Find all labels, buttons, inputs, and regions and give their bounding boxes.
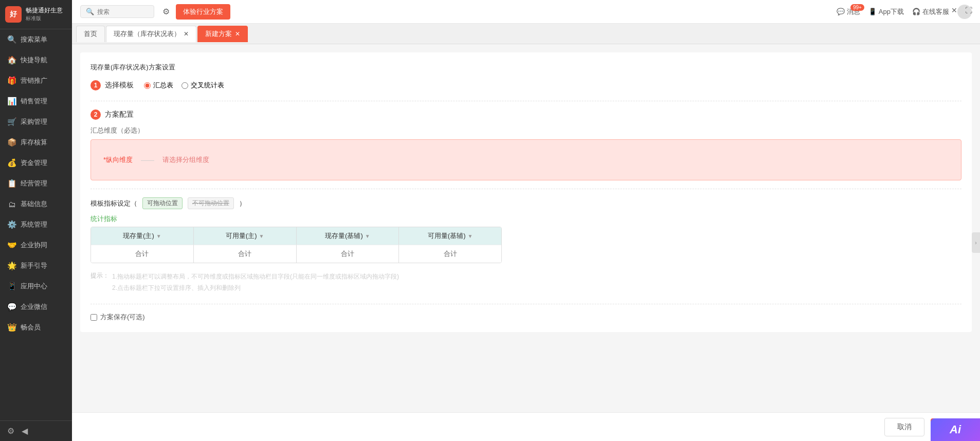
radio-summary[interactable]: 汇总表 (144, 81, 173, 90)
indicator-draggable-badge: 可拖动位置 (142, 197, 183, 209)
stats-table-header: 现存量(主) ▼ 可用量(主) ▼ 现存量(基辅) ▼ (91, 227, 501, 245)
stats-col-3-header[interactable]: 现存量(基辅) ▼ (297, 227, 400, 245)
stats-col-4-header[interactable]: 可用量(基辅) ▼ (399, 227, 501, 245)
section2-label: 方案配置 (105, 110, 134, 119)
bottombar: 取消 查询 (72, 412, 980, 441)
radio-cross[interactable]: 交叉统计表 (182, 81, 224, 90)
folder-icon: 🗂 (7, 199, 16, 209)
content-area: 现存量(库存状况表)方案设置 1 选择模板 汇总表 (72, 44, 980, 412)
section1-label: 选择模板 (105, 81, 134, 90)
save-option: 方案保存(可选) (90, 313, 961, 322)
tab-inventory-close[interactable]: ✕ (184, 30, 189, 38)
stats-table-body: 合计 合计 合计 合计 (91, 245, 501, 263)
chevron-down-icon-3: ▼ (365, 233, 370, 239)
collapse-footer-icon[interactable]: ◀ (22, 426, 28, 436)
dimension-box[interactable]: *纵向维度 —— 请选择分组维度 (90, 139, 961, 180)
close-window-button[interactable]: ✕ (949, 5, 959, 15)
app-download-button[interactable]: 📱 App下载 (868, 7, 904, 16)
home-icon: 🏠 (7, 56, 16, 65)
dimension-arrow: —— (141, 156, 154, 164)
main-area: 🔍 ⚙ 体验行业方案 💬 消息 99+ 📱 App下载 🎧 在线客服 ✕ ⛶ (72, 0, 980, 441)
app-badge: 标准版 (26, 15, 63, 22)
stats-col-1-body: 合计 (91, 245, 194, 263)
stats-col-3-body: 合计 (297, 245, 400, 263)
tips-item-2: 2.点击标题栏下拉可设置排序、插入列和删除列 (112, 283, 399, 294)
trial-button[interactable]: 体验行业方案 (176, 4, 230, 20)
sidebar-item-search[interactable]: 🔍 搜索菜单 (0, 29, 72, 50)
indicator-settings: 模板指标设定（ 可拖动位置 不可拖动位置 ） (90, 197, 961, 209)
gear-icon: ⚙️ (7, 220, 16, 229)
section-divider-2 (90, 189, 961, 189)
tab-home[interactable]: 首页 (76, 26, 105, 42)
topbar-search-icon: 🔍 (86, 8, 94, 15)
stats-col-1-label: 现存量(主) (123, 231, 154, 241)
sidebar-item-apps[interactable]: 📱 应用中心 (0, 276, 72, 297)
sidebar-item-sales[interactable]: 📊 销售管理 (0, 91, 72, 112)
sidebar-label-inventory: 库存核算 (21, 138, 47, 147)
app-download-label: App下载 (879, 7, 904, 16)
mobile-icon: 📱 (7, 282, 16, 291)
section1-header: 1 选择模板 汇总表 交叉统计表 (90, 80, 961, 90)
sidebar-item-system[interactable]: ⚙️ 系统管理 (0, 214, 72, 235)
sidebar-item-member[interactable]: 👑 畅会员 (0, 317, 72, 338)
chevron-down-icon-2: ▼ (259, 233, 264, 239)
sidebar-item-operations[interactable]: 📋 经营管理 (0, 173, 72, 194)
sidebar-item-marketing[interactable]: 🎁 营销推广 (0, 70, 72, 91)
section-config: 2 方案配置 汇总维度（必选） *纵向维度 —— 请选择分组维度 (90, 109, 961, 293)
app-name: 畅捷通好生意 (26, 7, 63, 15)
sidebar-item-inventory[interactable]: 📦 库存核算 (0, 132, 72, 153)
save-option-label: 方案保存(可选) (100, 313, 145, 322)
message-button[interactable]: 💬 消息 99+ (837, 7, 860, 16)
sidebar-label-cooperation: 企业协同 (21, 241, 47, 250)
sidebar-item-cooperation[interactable]: 🤝 企业协同 (0, 235, 72, 255)
settings-footer-icon[interactable]: ⚙ (7, 426, 14, 436)
sidebar-nav: 🔍 搜索菜单 🏠 快捷导航 🎁 营销推广 📊 销售管理 🛒 采购管理 📦 库存核… (0, 29, 72, 420)
stats-label: 统计指标 (90, 214, 961, 224)
topbar-search-box[interactable]: 🔍 (80, 5, 154, 18)
sidebar-label-member: 畅会员 (21, 323, 41, 332)
right-edge-collapse[interactable]: › (972, 232, 980, 253)
section2-num: 2 (90, 109, 101, 120)
sidebar-item-shortcut[interactable]: 🏠 快捷导航 (0, 50, 72, 70)
tab-home-label: 首页 (84, 29, 97, 39)
dimension-required-label: 汇总维度（必选） (90, 126, 961, 135)
tab-inventory-status[interactable]: 现存量（库存状况表） ✕ (106, 26, 196, 42)
sidebar-label-finance: 资金管理 (21, 158, 47, 168)
expand-window-button[interactable]: ⛶ (964, 5, 974, 15)
cart-icon: 🛒 (7, 117, 16, 126)
sidebar-logo: 好 畅捷通好生意 标准版 (0, 0, 72, 29)
chart-icon: 📊 (7, 97, 16, 106)
message-icon: 💬 (837, 8, 845, 15)
ai-badge[interactable]: Ai (931, 418, 980, 441)
panel-title: 现存量(库存状况表)方案设置 (90, 63, 961, 72)
tabbar: 首页 现存量（库存状况表） ✕ 新建方案 ✕ (72, 24, 980, 44)
main-panel: 现存量(库存状况表)方案设置 1 选择模板 汇总表 (80, 52, 972, 332)
chevron-down-icon-1: ▼ (156, 233, 161, 239)
search-icon: 🔍 (7, 35, 16, 44)
app-logo-icon: 好 (5, 6, 22, 23)
star-icon: 🌟 (7, 261, 16, 270)
section-template: 1 选择模板 汇总表 交叉统计表 (90, 80, 961, 90)
tab-new-plan[interactable]: 新建方案 ✕ (197, 26, 248, 42)
sidebar-item-wechat[interactable]: 💬 企业微信 (0, 297, 72, 317)
sidebar-item-purchase[interactable]: 🛒 采购管理 (0, 112, 72, 132)
topbar: 🔍 ⚙ 体验行业方案 💬 消息 99+ 📱 App下载 🎧 在线客服 ✕ ⛶ (72, 0, 980, 24)
save-checkbox[interactable] (90, 314, 97, 321)
phone-icon: 📱 (868, 8, 877, 15)
search-input[interactable] (97, 8, 149, 15)
headset-icon: 🎧 (912, 8, 920, 15)
chevron-down-icon-4: ▼ (468, 233, 473, 239)
stats-col-2-header[interactable]: 可用量(主) ▼ (194, 227, 297, 245)
sidebar-item-basic[interactable]: 🗂 基础信息 (0, 194, 72, 214)
stats-col-1-header[interactable]: 现存量(主) ▼ (91, 227, 194, 245)
topbar-gear-icon[interactable]: ⚙ (162, 7, 170, 16)
dimension-hint: 请选择分组维度 (162, 155, 209, 164)
cancel-button[interactable]: 取消 (884, 418, 924, 436)
sidebar-label-marketing: 营销推广 (21, 76, 47, 85)
sidebar-item-newbie[interactable]: 🌟 新手引导 (0, 255, 72, 276)
sidebar-item-finance[interactable]: 💰 资金管理 (0, 153, 72, 173)
stats-col-2-body: 合计 (194, 245, 297, 263)
gift-icon: 🎁 (7, 76, 16, 85)
sidebar-footer: ⚙ ◀ (0, 420, 72, 441)
tab-new-plan-close[interactable]: ✕ (235, 30, 240, 38)
